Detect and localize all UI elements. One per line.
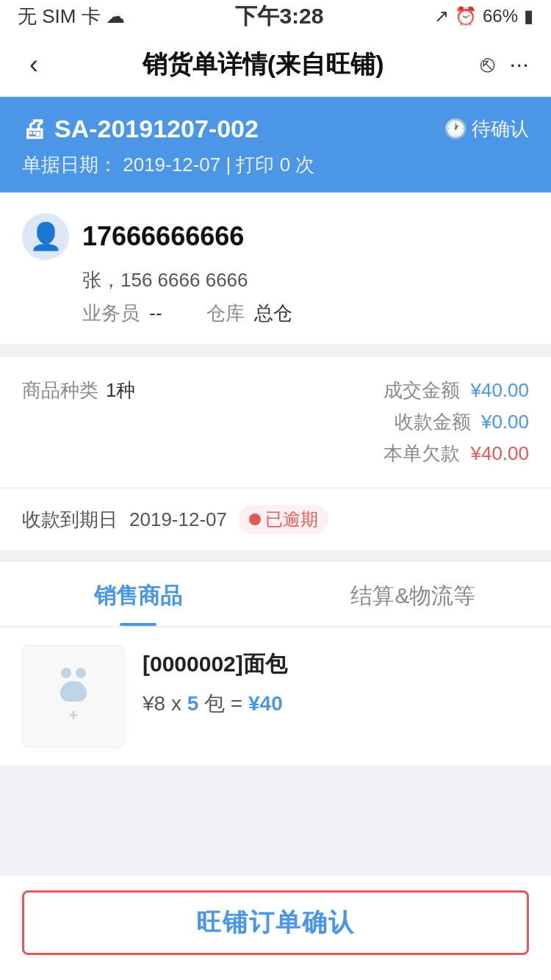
nav-bar: ‹ 销货单详情(来自旺铺) ⎋ ··· bbox=[0, 32, 551, 97]
due-date-value: 2019-12-07 bbox=[129, 508, 227, 531]
order-date-value: 2019-12-07 bbox=[123, 154, 220, 176]
amount-label: 成交金额 bbox=[383, 378, 460, 403]
overdue-text: 已逾期 bbox=[265, 508, 318, 531]
order-id-row: 🖨 SA-20191207-002 bbox=[22, 115, 259, 143]
salesperson-value: -- bbox=[149, 302, 162, 324]
product-name-text: 面包 bbox=[243, 652, 287, 676]
order-status: 🕐 待确认 bbox=[444, 116, 529, 142]
order-box-icon: 🖨 bbox=[22, 115, 47, 143]
collection-amount-row: 收款金额 ¥0.00 bbox=[395, 409, 529, 435]
balance-value: ¥40.00 bbox=[470, 442, 529, 465]
product-info: [0000002]面包 ¥8 x 5 包 = ¥40 bbox=[143, 645, 529, 718]
warehouse-label: 仓库 bbox=[206, 302, 245, 324]
customer-detail: 张，156 6666 6666 bbox=[82, 267, 529, 293]
tab-sales-label: 销售商品 bbox=[94, 583, 182, 608]
share-icon[interactable]: ⎋ bbox=[480, 51, 494, 78]
collection-value: ¥0.00 bbox=[481, 411, 529, 433]
category-value: 1种 bbox=[106, 378, 135, 403]
nav-right-actions: ⎋ ··· bbox=[480, 51, 529, 78]
print-label: | 打印 bbox=[226, 154, 274, 176]
product-code: [0000002] bbox=[143, 652, 243, 676]
salesperson-label: 业务员 bbox=[82, 302, 140, 324]
order-id-text: SA-20191207-002 bbox=[54, 115, 259, 143]
owl-eye-right bbox=[76, 668, 86, 678]
tabs-row: 销售商品 结算&物流等 bbox=[0, 562, 551, 626]
location-icon: ↗ bbox=[434, 6, 449, 26]
status-right: ↗ ⏰ 66% ▮ bbox=[434, 6, 533, 26]
owl-eye-left bbox=[61, 668, 71, 678]
customer-row: 👤 17666666666 bbox=[22, 213, 529, 260]
more-icon[interactable]: ··· bbox=[509, 51, 529, 78]
order-date-row: 单据日期： 2019-12-07 | 打印 0 次 bbox=[22, 152, 529, 178]
product-unit: 包 bbox=[204, 692, 225, 715]
owl-plus: + bbox=[69, 706, 79, 725]
customer-section: 👤 17666666666 张，156 6666 6666 业务员 -- 仓库 … bbox=[0, 192, 551, 345]
summary-section: 商品种类 1种 成交金额 ¥40.00 收款金额 ¥0.00 本单欠款 ¥40.… bbox=[0, 356, 551, 488]
balance-label: 本单欠款 bbox=[383, 441, 460, 466]
warehouse-info: 仓库 总仓 bbox=[206, 300, 292, 326]
order-banner: 🖨 SA-20191207-002 🕐 待确认 单据日期： 2019-12-07… bbox=[0, 97, 551, 192]
confirm-order-button[interactable]: 旺铺订单确认 bbox=[22, 890, 529, 955]
bottom-spacer bbox=[0, 765, 551, 883]
bottom-bar: 旺铺订单确认 bbox=[0, 876, 551, 980]
tab-settlement-label: 结算&物流等 bbox=[350, 583, 475, 608]
product-price-row: ¥8 x 5 包 = ¥40 bbox=[143, 690, 529, 718]
tab-settlement[interactable]: 结算&物流等 bbox=[276, 562, 551, 626]
product-name: [0000002]面包 bbox=[143, 649, 529, 680]
salesperson-info: 业务员 -- bbox=[82, 300, 162, 326]
back-button[interactable]: ‹ bbox=[22, 42, 46, 87]
status-bar: 无 SIM 卡 ☁ 下午3:28 ↗ ⏰ 66% ▮ bbox=[0, 0, 551, 32]
customer-meta: 业务员 -- 仓库 总仓 bbox=[82, 300, 529, 326]
print-unit: 次 bbox=[295, 154, 314, 176]
equals-sign: = bbox=[231, 692, 248, 715]
sim-status: 无 SIM 卡 ☁ bbox=[18, 4, 125, 29]
avatar: 👤 bbox=[22, 213, 69, 260]
tab-active-underline bbox=[120, 623, 156, 626]
product-qty: 5 bbox=[187, 692, 199, 715]
balance-amount-row: 本单欠款 ¥40.00 bbox=[383, 441, 529, 466]
alarm-icon: ⏰ bbox=[455, 6, 477, 26]
product-total: ¥40 bbox=[248, 692, 283, 715]
product-logo: + bbox=[60, 668, 87, 725]
nav-title: 销货单详情(来自旺铺) bbox=[143, 48, 384, 82]
overdue-dot-icon bbox=[249, 514, 261, 525]
due-label: 收款到期日 bbox=[22, 507, 118, 533]
owl-eyes bbox=[61, 668, 86, 678]
order-status-text: 待确认 bbox=[472, 116, 529, 142]
battery-icon: ▮ bbox=[524, 6, 533, 26]
owl-body bbox=[60, 681, 87, 702]
collection-label: 收款金额 bbox=[395, 409, 471, 435]
product-thumbnail: + bbox=[22, 645, 125, 748]
amounts-info: 成交金额 ¥40.00 收款金额 ¥0.00 本单欠款 ¥40.00 bbox=[383, 378, 529, 466]
date-label: 单据日期： bbox=[22, 154, 118, 176]
print-count: 0 bbox=[280, 154, 290, 176]
customer-phone: 17666666666 bbox=[82, 221, 244, 252]
due-date-section: 收款到期日 2019-12-07 已逾期 bbox=[0, 488, 551, 550]
overdue-badge: 已逾期 bbox=[239, 505, 328, 534]
status-time: 下午3:28 bbox=[235, 1, 323, 32]
category-info: 商品种类 1种 bbox=[22, 378, 135, 403]
unit-price: ¥8 bbox=[143, 692, 165, 715]
clock-icon: 🕐 bbox=[444, 118, 467, 140]
tabs-section: 销售商品 结算&物流等 bbox=[0, 562, 551, 627]
status-left: 无 SIM 卡 ☁ bbox=[18, 4, 125, 29]
battery-status: 66% bbox=[483, 6, 518, 26]
tab-sales-products[interactable]: 销售商品 bbox=[0, 562, 276, 626]
category-label: 商品种类 bbox=[22, 378, 98, 403]
warehouse-value: 总仓 bbox=[254, 302, 292, 324]
product-section: + [0000002]面包 ¥8 x 5 包 = ¥40 bbox=[0, 627, 551, 765]
user-icon: 👤 bbox=[29, 221, 62, 252]
transaction-amount-row: 成交金额 ¥40.00 bbox=[383, 378, 529, 403]
multiply-sign: x bbox=[171, 692, 187, 715]
amount-value: ¥40.00 bbox=[470, 379, 529, 402]
